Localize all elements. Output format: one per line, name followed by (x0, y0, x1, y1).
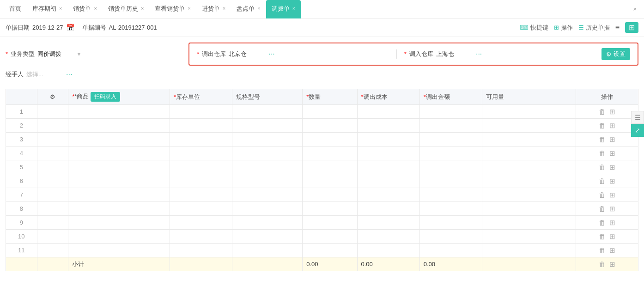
history-button[interactable]: ☰ 历史单据 (578, 24, 610, 32)
row-goods[interactable] (68, 146, 170, 160)
close-icon[interactable]: × (223, 6, 225, 11)
out-warehouse-more-icon[interactable]: ··· (268, 50, 274, 58)
row-spec[interactable] (232, 146, 303, 160)
row-amount[interactable] (419, 188, 482, 202)
row-cost[interactable] (357, 244, 419, 257)
tab-view-sales[interactable]: 查看销货单 × (149, 0, 196, 18)
tab-transfer[interactable]: 调拨单 × (266, 0, 301, 18)
close-icon[interactable]: × (188, 6, 190, 11)
row-unit[interactable] (170, 202, 232, 216)
row-spec[interactable] (232, 216, 303, 230)
row-spec[interactable] (232, 202, 303, 216)
tab-inventory-init[interactable]: 库存期初 × (27, 0, 67, 18)
row-cost[interactable] (357, 202, 419, 216)
row-qty[interactable] (303, 105, 357, 119)
close-icon[interactable]: × (257, 6, 260, 11)
tab-inventory[interactable]: 盘点单 × (231, 0, 266, 18)
copy-row-icon[interactable]: ⊞ (609, 219, 615, 226)
row-amount[interactable] (419, 202, 482, 216)
row-qty[interactable] (303, 133, 357, 146)
copy-row-icon[interactable]: ⊞ (609, 177, 615, 185)
delete-icon[interactable]: 🗑 (599, 219, 606, 226)
tab-sales-order[interactable]: 销货单 × (67, 0, 102, 18)
row-cost[interactable] (357, 119, 419, 133)
close-icon[interactable]: × (94, 6, 97, 11)
tab-sales-history[interactable]: 销货单历史 × (103, 0, 149, 18)
row-goods[interactable] (68, 216, 170, 230)
row-unit[interactable] (170, 216, 232, 230)
row-amount[interactable] (419, 105, 482, 119)
row-qty[interactable] (303, 146, 357, 160)
row-avail[interactable] (482, 160, 576, 174)
subtotal-copy-icon[interactable]: ⊞ (609, 260, 615, 268)
row-amount[interactable] (419, 230, 482, 244)
scan-button[interactable]: 扫码录入 (91, 92, 120, 102)
row-spec[interactable] (232, 188, 303, 202)
row-avail[interactable] (482, 230, 576, 244)
operations-button[interactable]: ⊞ 操作 (554, 24, 573, 32)
row-unit[interactable] (170, 105, 232, 119)
layout1-button[interactable]: ≡ (615, 24, 620, 32)
row-unit[interactable] (170, 146, 232, 160)
copy-row-icon[interactable]: ⊞ (609, 232, 615, 240)
row-unit[interactable] (170, 160, 232, 174)
row-avail[interactable] (482, 146, 576, 160)
row-cost[interactable] (357, 216, 419, 230)
delete-icon[interactable]: 🗑 (599, 135, 606, 143)
close-icon[interactable]: × (141, 6, 144, 11)
row-goods[interactable] (68, 230, 170, 244)
row-spec[interactable] (232, 230, 303, 244)
row-qty[interactable] (303, 230, 357, 244)
row-qty[interactable] (303, 119, 357, 133)
row-qty[interactable] (303, 174, 357, 188)
copy-row-icon[interactable]: ⊞ (609, 246, 615, 254)
row-amount[interactable] (419, 119, 482, 133)
row-spec[interactable] (232, 133, 303, 146)
copy-row-icon[interactable]: ⊞ (609, 108, 615, 116)
row-goods[interactable] (68, 119, 170, 133)
row-cost[interactable] (357, 160, 419, 174)
delete-icon[interactable]: 🗑 (599, 232, 606, 240)
layout2-button[interactable]: ⊞ (625, 22, 638, 33)
col-gear-header[interactable]: ⚙ (37, 89, 68, 105)
copy-row-icon[interactable]: ⊞ (609, 122, 615, 129)
row-avail[interactable] (482, 105, 576, 119)
row-avail[interactable] (482, 119, 576, 133)
row-spec[interactable] (232, 105, 303, 119)
row-spec[interactable] (232, 244, 303, 257)
business-type-select[interactable]: 同价调拨 ▼ (37, 50, 81, 58)
row-cost[interactable] (357, 133, 419, 146)
row-qty[interactable] (303, 202, 357, 216)
shortcut-button[interactable]: ⌨ 快捷键 (520, 24, 548, 32)
copy-row-icon[interactable]: ⊞ (609, 163, 615, 171)
row-unit[interactable] (170, 230, 232, 244)
row-unit[interactable] (170, 119, 232, 133)
close-icon[interactable]: × (59, 6, 62, 11)
row-unit[interactable] (170, 244, 232, 257)
row-cost[interactable] (357, 174, 419, 188)
copy-row-icon[interactable]: ⊞ (609, 205, 615, 213)
calendar-icon[interactable]: 📅 (66, 24, 75, 32)
row-goods[interactable] (68, 160, 170, 174)
row-avail[interactable] (482, 188, 576, 202)
delete-icon[interactable]: 🗑 (599, 122, 606, 129)
row-cost[interactable] (357, 105, 419, 119)
row-amount[interactable] (419, 216, 482, 230)
row-qty[interactable] (303, 188, 357, 202)
row-avail[interactable] (482, 244, 576, 257)
row-qty[interactable] (303, 244, 357, 257)
row-unit[interactable] (170, 188, 232, 202)
row-spec[interactable] (232, 119, 303, 133)
sidebar-expand-icon[interactable]: ⤢ (631, 124, 644, 137)
row-avail[interactable] (482, 174, 576, 188)
row-unit[interactable] (170, 133, 232, 146)
row-cost[interactable] (357, 146, 419, 160)
delete-icon[interactable]: 🗑 (599, 205, 606, 213)
delete-icon[interactable]: 🗑 (599, 163, 606, 171)
row-avail[interactable] (482, 216, 576, 230)
row-cost[interactable] (357, 230, 419, 244)
row-goods[interactable] (68, 202, 170, 216)
copy-row-icon[interactable]: ⊞ (609, 135, 615, 143)
tab-purchase[interactable]: 进货单 × (196, 0, 231, 18)
delete-icon[interactable]: 🗑 (599, 108, 606, 116)
